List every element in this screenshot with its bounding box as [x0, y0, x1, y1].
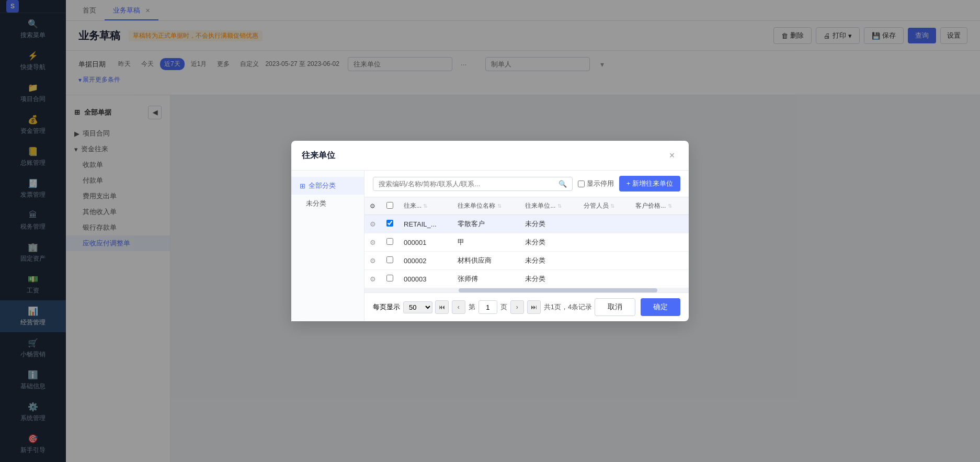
modal-sidebar-all[interactable]: ⊞ 全部分类 — [291, 177, 364, 195]
row-settings-cell: ⚙ — [364, 233, 381, 252]
row-price-cell — [630, 270, 689, 288]
cancel-button[interactable]: 取消 — [595, 298, 635, 316]
add-partner-button[interactable]: + 新增往来单位 — [619, 176, 680, 191]
sort-icon: ⇅ — [668, 203, 672, 209]
modal-toolbar: 🔍 显示停用 + 新增往来单位 — [364, 171, 689, 197]
modal-content: 🔍 显示停用 + 新增往来单位 ⚙ — [364, 171, 689, 321]
row-name-cell: 零散客户 — [452, 215, 520, 233]
row-checkbox-cell[interactable] — [381, 233, 398, 252]
modal-overlay: 往来单位 × ⊞ 全部分类 未分类 — [0, 0, 980, 462]
row-name-cell: 材料供应商 — [452, 252, 520, 270]
modal-search-box[interactable]: 🔍 — [373, 177, 573, 191]
modal-table: ⚙ 往来... ⇅ 往来单位名称 ⇅ — [364, 197, 689, 288]
row-category-cell: 未分类 — [520, 252, 578, 270]
modal-title: 往来单位 — [302, 150, 335, 161]
search-icon: 🔍 — [559, 180, 567, 188]
modal-sidebar: ⊞ 全部分类 未分类 — [291, 171, 364, 321]
row-category-cell: 未分类 — [520, 215, 578, 233]
grid-icon: ⊞ — [300, 182, 305, 190]
page-input[interactable] — [478, 300, 497, 314]
modal-search-input[interactable] — [379, 180, 555, 188]
row-salesperson-cell — [578, 233, 630, 252]
row-checkbox-cell[interactable] — [381, 270, 398, 288]
row-price-cell — [630, 233, 689, 252]
row-settings-cell: ⚙ — [364, 270, 381, 288]
page-label: 第 — [469, 302, 475, 312]
col-settings: ⚙ — [364, 197, 381, 215]
col-name: 往来单位名称 ⇅ — [452, 197, 520, 215]
pagination: ⏮ ‹ 第 页 › ⏭ 共1页，4条记录 — [435, 300, 592, 314]
per-page-selector: 每页显示 50 100 200 — [373, 301, 432, 313]
sort-icon: ⇅ — [497, 203, 502, 209]
row-select-checkbox[interactable] — [386, 220, 393, 227]
row-price-cell — [630, 215, 689, 233]
sort-icon: ⇅ — [610, 203, 614, 209]
modal-sidebar-unclassified[interactable]: 未分类 — [291, 195, 364, 212]
scrollbar-thumb[interactable] — [459, 288, 657, 292]
row-category-cell: 未分类 — [520, 270, 578, 288]
row-price-cell — [630, 252, 689, 270]
close-icon: × — [669, 150, 675, 161]
sort-icon: ⇅ — [557, 203, 562, 209]
table-row[interactable]: ⚙ RETAIL_... 零散客户 未分类 — [364, 215, 689, 233]
sort-icon: ⇅ — [423, 203, 427, 209]
row-name-cell: 张师傅 — [452, 270, 520, 288]
row-checkbox-cell[interactable] — [381, 215, 398, 233]
prev-page-btn[interactable]: ‹ — [452, 300, 465, 314]
row-code-cell: RETAIL_... — [398, 215, 452, 233]
row-code-cell: 000001 — [398, 233, 452, 252]
row-settings-cell: ⚙ — [364, 252, 381, 270]
row-code-cell: 000002 — [398, 252, 452, 270]
show-disabled-checkbox[interactable]: 显示停用 — [578, 179, 614, 188]
row-settings-cell: ⚙ — [364, 215, 381, 233]
col-check — [381, 197, 398, 215]
select-all-checkbox[interactable] — [386, 202, 393, 209]
partner-modal: 往来单位 × ⊞ 全部分类 未分类 — [291, 141, 689, 321]
modal-close-button[interactable]: × — [666, 149, 678, 162]
modal-body: ⊞ 全部分类 未分类 🔍 显示停用 — [291, 171, 689, 321]
modal-table-wrap: ⚙ 往来... ⇅ 往来单位名称 ⇅ — [364, 197, 689, 288]
row-salesperson-cell — [578, 252, 630, 270]
col-code: 往来... ⇅ — [398, 197, 452, 215]
table-row[interactable]: ⚙ 000002 材料供应商 未分类 — [364, 252, 689, 270]
row-select-checkbox[interactable] — [386, 256, 393, 263]
modal-action-btns: 取消 确定 — [595, 298, 680, 316]
horizontal-scrollbar[interactable] — [364, 288, 689, 292]
col-salesperson: 分管人员 ⇅ — [578, 197, 630, 215]
row-salesperson-cell — [578, 270, 630, 288]
col-price: 客户价格... ⇅ — [630, 197, 689, 215]
row-code-cell: 000003 — [398, 270, 452, 288]
row-select-checkbox[interactable] — [386, 238, 393, 245]
row-checkbox-cell[interactable] — [381, 252, 398, 270]
row-salesperson-cell — [578, 215, 630, 233]
next-page-btn[interactable]: › — [510, 300, 524, 314]
last-page-btn[interactable]: ⏭ — [527, 300, 541, 314]
row-select-checkbox[interactable] — [386, 275, 393, 281]
page-suffix: 页 — [500, 302, 507, 312]
row-name-cell: 甲 — [452, 233, 520, 252]
modal-footer: 每页显示 50 100 200 ⏮ ‹ 第 页 › — [364, 292, 689, 321]
row-category-cell: 未分类 — [520, 233, 578, 252]
col-category: 往来单位... ⇅ — [520, 197, 578, 215]
first-page-btn[interactable]: ⏮ — [435, 300, 449, 314]
per-page-select[interactable]: 50 100 200 — [403, 301, 432, 313]
table-row[interactable]: ⚙ 000001 甲 未分类 — [364, 233, 689, 252]
disabled-checkbox[interactable] — [578, 181, 585, 187]
confirm-button[interactable]: 确定 — [641, 298, 680, 316]
table-row[interactable]: ⚙ 000003 张师傅 未分类 — [364, 270, 689, 288]
modal-header: 往来单位 × — [291, 141, 689, 171]
total-info: 共1页，4条记录 — [544, 302, 592, 312]
